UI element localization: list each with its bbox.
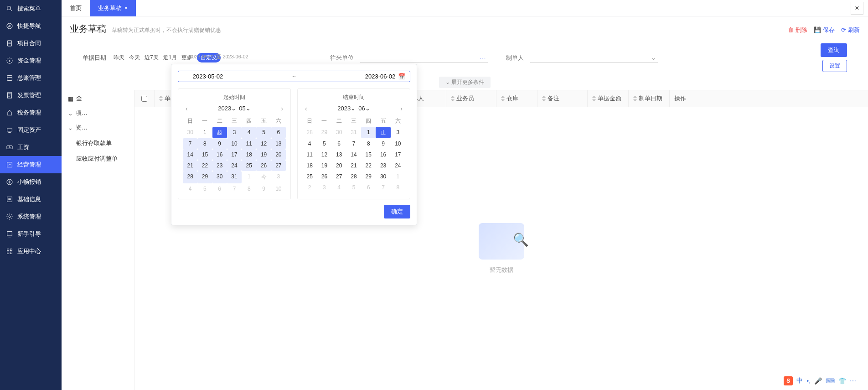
customer-input[interactable]: ··· bbox=[360, 53, 488, 62]
calendar-day[interactable]: 25 bbox=[242, 160, 256, 171]
sidebar-item-system[interactable]: 系统管理 bbox=[0, 208, 62, 225]
calendar-day[interactable]: 5 bbox=[317, 138, 331, 149]
sidebar-item-apps[interactable]: 应用中心 bbox=[0, 243, 62, 260]
sidebar-item-funds[interactable]: ¥资金管理 bbox=[0, 52, 62, 69]
ime-punct[interactable]: •, bbox=[806, 377, 811, 385]
calendar-day[interactable]: 27 bbox=[332, 171, 346, 182]
calendar-day[interactable]: 18 bbox=[302, 160, 317, 171]
calendar-day[interactable]: 14 bbox=[346, 149, 361, 160]
calendar-day[interactable]: 27 bbox=[271, 160, 286, 171]
calendar-day[interactable]: 4 bbox=[242, 127, 256, 138]
query-button[interactable]: 查询 bbox=[821, 43, 847, 57]
calendar-day[interactable]: 4 bbox=[332, 182, 346, 193]
calendar-day[interactable]: 24 bbox=[391, 160, 405, 171]
calendar-day[interactable]: 21 bbox=[183, 160, 197, 171]
year-select[interactable]: 2023⌄ bbox=[337, 105, 356, 112]
calendar-day[interactable]: 3 bbox=[227, 127, 242, 138]
calendar-day[interactable]: 12 bbox=[256, 138, 271, 149]
sidebar-item-info[interactable]: 基础信息 bbox=[0, 191, 62, 208]
lp-all[interactable]: ▦全 bbox=[68, 94, 128, 103]
th-checkbox[interactable] bbox=[134, 90, 155, 107]
calendar-day[interactable]: 3 bbox=[271, 171, 286, 183]
prev-month-button[interactable]: ‹ bbox=[302, 104, 310, 113]
calendar-day[interactable]: 1 bbox=[361, 127, 376, 138]
th-remark[interactable]: 备注 bbox=[537, 90, 588, 107]
calendar-day[interactable]: 13 bbox=[332, 149, 346, 160]
calendar-day[interactable]: 29 bbox=[197, 171, 212, 183]
calendar-day[interactable]: 20 bbox=[271, 149, 286, 160]
calendar-day[interactable]: 19 bbox=[317, 160, 331, 171]
calendar-day[interactable]: 31 bbox=[227, 171, 242, 183]
calendar-day[interactable]: 13 bbox=[271, 138, 286, 149]
calendar-day[interactable]: 10 bbox=[227, 138, 242, 149]
creator-select[interactable]: ⌄ bbox=[530, 53, 658, 62]
ime-logo[interactable]: S bbox=[784, 376, 793, 385]
year-select[interactable]: 2023⌄ bbox=[218, 105, 236, 112]
calendar-day[interactable]: 7 bbox=[183, 138, 197, 149]
ime-keyboard[interactable]: ⌨ bbox=[826, 377, 835, 385]
calendar-day[interactable]: 9 bbox=[376, 138, 390, 149]
calendar-day[interactable]: 23 bbox=[212, 160, 227, 171]
calendar-day[interactable]: 8 bbox=[361, 138, 376, 149]
calendar-day[interactable]: 29 bbox=[361, 171, 376, 182]
calendar-day[interactable]: 5 bbox=[256, 127, 271, 138]
calendar-day[interactable]: 30 bbox=[183, 127, 197, 138]
lp-item-bank[interactable]: 银行存取款单 bbox=[68, 135, 128, 151]
calendar-day[interactable]: 21 bbox=[346, 160, 361, 171]
save-button[interactable]: 💾保存 bbox=[814, 26, 835, 34]
calendar-day[interactable]: 30 bbox=[376, 171, 390, 182]
ime-more[interactable]: ⋯ bbox=[850, 377, 856, 385]
calendar-day[interactable]: 28 bbox=[302, 127, 317, 138]
calendar-day[interactable]: 30 bbox=[212, 171, 227, 183]
date-today[interactable]: 今天 bbox=[129, 54, 140, 62]
sidebar-item-guide[interactable]: 新手引导 bbox=[0, 225, 62, 243]
date-yesterday[interactable]: 昨天 bbox=[114, 54, 124, 62]
sidebar-item-contract[interactable]: 项目合同 bbox=[0, 35, 62, 52]
calendar-day[interactable]: 30 bbox=[332, 127, 346, 138]
calendar-day[interactable]: 17 bbox=[391, 149, 405, 160]
ime-lang[interactable]: 中 bbox=[796, 377, 803, 385]
calendar-day[interactable]: 26 bbox=[317, 171, 331, 182]
calendar-day[interactable]: 9 bbox=[256, 183, 271, 194]
calendar-day[interactable]: 28 bbox=[183, 171, 197, 183]
calendar-day[interactable]: 14 bbox=[183, 149, 197, 160]
calendar-day[interactable]: 7 bbox=[376, 182, 390, 193]
calendar-day[interactable]: 16 bbox=[212, 149, 227, 160]
calendar-day[interactable]: 19 bbox=[256, 149, 271, 160]
calendar-day[interactable]: 6 bbox=[212, 183, 227, 194]
window-close-button[interactable]: × bbox=[851, 2, 863, 15]
sidebar-item-search[interactable]: 搜索菜单 bbox=[0, 0, 62, 17]
calendar-day[interactable]: 10 bbox=[271, 183, 286, 194]
calendar-day[interactable]: 18 bbox=[242, 149, 256, 160]
date-1m[interactable]: 近1月 bbox=[163, 54, 177, 62]
confirm-button[interactable]: 确定 bbox=[384, 205, 410, 218]
calendar-day[interactable]: 4 bbox=[302, 138, 317, 149]
sidebar-item-invoice[interactable]: 发票管理 bbox=[0, 87, 62, 104]
th-warehouse[interactable]: 仓库 bbox=[496, 90, 537, 107]
calendar-day[interactable]: 7 bbox=[346, 138, 361, 149]
calendar-day[interactable]: 25 bbox=[302, 171, 317, 182]
refresh-button[interactable]: ⟳刷新 bbox=[841, 26, 860, 34]
th-amount[interactable]: 单据金额 bbox=[588, 90, 629, 107]
calendar-day[interactable]: 8 bbox=[242, 183, 256, 194]
sidebar-item-salary[interactable]: 工资 bbox=[0, 139, 62, 156]
calendar-day[interactable]: 24 bbox=[227, 160, 242, 171]
calendar-day[interactable]: 12 bbox=[317, 149, 331, 160]
calendar-day[interactable]: 2 bbox=[302, 182, 317, 193]
calendar-day[interactable]: 28 bbox=[346, 171, 361, 182]
calendar-day[interactable]: 3 bbox=[391, 127, 405, 138]
sidebar-item-business[interactable]: 经营管理 bbox=[0, 156, 62, 173]
calendar-day[interactable]: 5 bbox=[197, 183, 212, 194]
select-all-checkbox[interactable] bbox=[141, 96, 147, 102]
calendar-day[interactable]: 20 bbox=[332, 160, 346, 171]
calendar-day[interactable]: 3 bbox=[317, 182, 331, 193]
calendar-day[interactable]: 26 bbox=[256, 160, 271, 171]
calendar-day[interactable]: 16 bbox=[376, 149, 390, 160]
calendar-day[interactable]: 11 bbox=[302, 149, 317, 160]
tab-home[interactable]: 首页 bbox=[62, 0, 90, 16]
sidebar-item-ledger[interactable]: 总账管理 bbox=[0, 69, 62, 87]
lp-group-1[interactable]: ⌄项… bbox=[68, 109, 128, 117]
sidebar-item-tax[interactable]: 税务管理 bbox=[0, 104, 62, 121]
customer-more-icon[interactable]: ··· bbox=[480, 54, 486, 61]
ime-skin[interactable]: 👕 bbox=[838, 377, 846, 385]
